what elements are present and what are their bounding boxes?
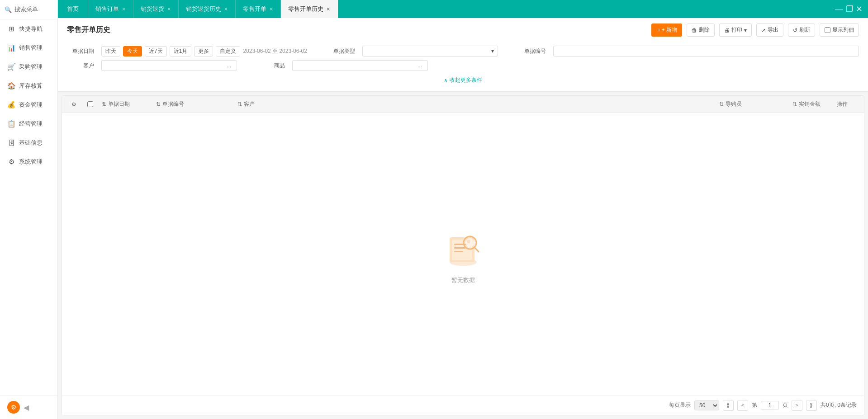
refresh-button[interactable]: ↺ 刷新 <box>788 24 815 37</box>
page-title: 零售开单历史 <box>67 25 110 35</box>
sidebar-item-purchase-mgmt[interactable]: 🛒 采购管理 <box>0 57 57 76</box>
tab-sales-return-history[interactable]: 销货退货历史✕ <box>179 0 236 18</box>
pagination: 每页显示 50 10 20 100 ⟪ ＜ 第 页 ＞ ⟫ 共0页, 0条记录 <box>62 395 864 415</box>
bill-type-label: 单据类型 <box>328 47 355 55</box>
date-7days-btn[interactable]: 近7天 <box>145 46 167 56</box>
tab-label-sales-return: 销货退货 <box>141 5 164 13</box>
bill-type-select[interactable]: ▾ <box>362 46 498 56</box>
sidebar: 🔍 搜索采单 ⊞ 快捷导航 📊 销售管理 🛒 采购管理 🏠 库存核算 💰 资金管… <box>0 0 58 419</box>
tab-close-retail-open[interactable]: ✕ <box>269 6 273 12</box>
sidebar-search-label: 搜索采单 <box>14 5 38 14</box>
table-header: ⚙ ⇅ 单据日期 ⇅ 单据编号 ⇅ 客户 ⇅ 导购员 <box>62 96 864 113</box>
tab-close-retail-open-history[interactable]: ✕ <box>326 6 330 12</box>
sidebar-item-system-mgmt[interactable]: ⚙ 系统管理 <box>0 152 57 171</box>
tab-home[interactable]: 首页 <box>58 0 88 18</box>
sidebar-item-ops-mgmt[interactable]: 📋 经营管理 <box>0 114 57 133</box>
svg-point-9 <box>467 240 470 243</box>
date-yesterday-btn[interactable]: 昨天 <box>101 46 120 56</box>
goods-select[interactable]: ... <box>292 60 428 71</box>
th-billno: ⇅ 单据编号 <box>152 100 234 108</box>
th-date-label: 单据日期 <box>108 100 130 108</box>
date-filter-group: 昨天 今天 近7天 近1月 更多 自定义 2023-06-02 至 2023-0… <box>101 46 307 56</box>
sidebar-item-inventory[interactable]: 🏠 库存核算 <box>0 76 57 95</box>
tab-label-sales-return-history: 销货退货历史 <box>186 5 221 13</box>
filter-row-1: 单据日期 昨天 今天 近7天 近1月 更多 自定义 2023-06-02 至 2… <box>67 46 859 56</box>
minimize-button[interactable]: — <box>835 5 843 14</box>
sidebar-search[interactable]: 🔍 搜索采单 <box>0 0 57 19</box>
svg-line-8 <box>474 247 479 252</box>
export-button[interactable]: ↗ 导出 <box>756 24 783 37</box>
empty-illustration <box>441 224 486 269</box>
collapse-more-conditions-btn[interactable]: ∧ 收起更多条件 <box>444 76 482 84</box>
inventory-icon: 🏠 <box>7 82 15 90</box>
per-page-select[interactable]: 50 10 20 100 <box>694 400 719 410</box>
main-area: 首页销售订单✕销货退货✕销货退货历史✕零售开单✕零售开单历史✕ — ❐ ✕ 零售… <box>58 0 868 419</box>
date-1month-btn[interactable]: 近1月 <box>170 46 192 56</box>
sidebar-item-quick-nav[interactable]: ⊞ 快捷导航 <box>0 19 57 38</box>
customer-label: 客户 <box>67 62 94 70</box>
finance-label: 资金管理 <box>19 101 43 109</box>
content-area: 零售开单历史 ＋ + 新增 🗑 删除 🖨 打印 ▾ <box>58 18 868 419</box>
table-settings-icon[interactable]: ⚙ <box>66 101 82 108</box>
select-all-checkbox[interactable] <box>87 101 93 107</box>
print-button[interactable]: 🖨 打印 ▾ <box>719 24 752 37</box>
filter-area: 单据日期 昨天 今天 近7天 近1月 更多 自定义 2023-06-02 至 2… <box>67 41 859 91</box>
goods-ellipsis-btn[interactable]: ... <box>416 62 424 69</box>
first-page-btn[interactable]: ⟪ <box>723 400 734 411</box>
toolbar: ＋ + 新增 🗑 删除 🖨 打印 ▾ ↗ 导出 <box>651 24 859 37</box>
display-cols-button[interactable]: 显示列佃 <box>820 24 859 37</box>
tab-sales-return[interactable]: 销货退货✕ <box>133 0 179 18</box>
tab-close-sales-order[interactable]: ✕ <box>122 6 126 12</box>
next-page-btn[interactable]: ＞ <box>792 400 802 411</box>
sales-mgmt-icon: 📊 <box>7 44 15 52</box>
tab-retail-open[interactable]: 零售开单✕ <box>236 0 281 18</box>
th-amount: ⇅ 实销金额 <box>770 100 824 108</box>
bill-no-input[interactable] <box>553 46 859 56</box>
finance-icon: 💰 <box>7 101 15 109</box>
basic-info-icon: 🗄 <box>7 139 15 147</box>
ops-mgmt-label: 经营管理 <box>19 120 43 128</box>
customer-ellipsis-btn[interactable]: ... <box>225 62 233 69</box>
sidebar-item-sales-mgmt[interactable]: 📊 销售管理 <box>0 38 57 57</box>
date-today-btn[interactable]: 今天 <box>123 46 142 56</box>
th-guide-label: 导购员 <box>726 100 742 108</box>
restore-button[interactable]: ❐ <box>846 4 853 14</box>
sidebar-bottom: ⚙ ◀ <box>0 395 57 419</box>
tab-close-sales-return[interactable]: ✕ <box>167 6 171 12</box>
tabbar-right: — ❐ ✕ <box>835 4 868 14</box>
delete-icon: 🗑 <box>692 27 697 33</box>
ops-mgmt-icon: 📋 <box>7 120 15 128</box>
tab-close-sales-return-history[interactable]: ✕ <box>224 6 228 12</box>
empty-text: 暂无数据 <box>451 276 475 284</box>
date-custom-btn[interactable]: 自定义 <box>216 46 240 56</box>
table-select-all[interactable] <box>82 101 98 107</box>
tab-retail-open-history[interactable]: 零售开单历史✕ <box>281 0 338 18</box>
svg-rect-4 <box>454 247 465 249</box>
sidebar-item-finance[interactable]: 💰 资金管理 <box>0 95 57 114</box>
total-info: 共0页, 0条记录 <box>821 401 857 409</box>
date-more-btn[interactable]: 更多 <box>194 46 213 56</box>
settings-icon-bottom[interactable]: ⚙ <box>7 401 20 414</box>
bill-no-label: 单据编号 <box>519 47 546 55</box>
sidebar-item-basic-info[interactable]: 🗄 基础信息 <box>0 133 57 152</box>
prev-page-btn[interactable]: ＜ <box>737 400 748 411</box>
bill-type-dropdown-icon: ▾ <box>491 48 494 54</box>
add-button[interactable]: ＋ + 新增 <box>651 24 682 37</box>
close-window-button[interactable]: ✕ <box>856 4 863 14</box>
collapse-sidebar-button[interactable]: ◀ <box>24 403 29 412</box>
per-page-label: 每页显示 <box>669 401 691 409</box>
customer-select[interactable]: ... <box>101 60 237 71</box>
chevron-up-icon: ∧ <box>444 77 448 84</box>
tabbar: 首页销售订单✕销货退货✕销货退货历史✕零售开单✕零售开单历史✕ — ❐ ✕ <box>58 0 868 18</box>
tab-sales-order[interactable]: 销售订单✕ <box>88 0 133 18</box>
delete-button[interactable]: 🗑 删除 <box>687 24 715 37</box>
page-title-row: 零售开单历史 ＋ + 新增 🗑 删除 🖨 打印 ▾ <box>67 24 859 37</box>
page-number-input[interactable] <box>761 401 779 410</box>
search-icon: 🔍 <box>5 6 12 13</box>
th-action-label: 操作 <box>837 100 848 108</box>
tab-label-home: 首页 <box>67 5 79 13</box>
display-cols-checkbox[interactable] <box>825 27 830 33</box>
last-page-btn[interactable]: ⟫ <box>806 400 817 411</box>
page-label: 第 <box>752 401 757 409</box>
th-amount-label: 实销金额 <box>799 100 821 108</box>
